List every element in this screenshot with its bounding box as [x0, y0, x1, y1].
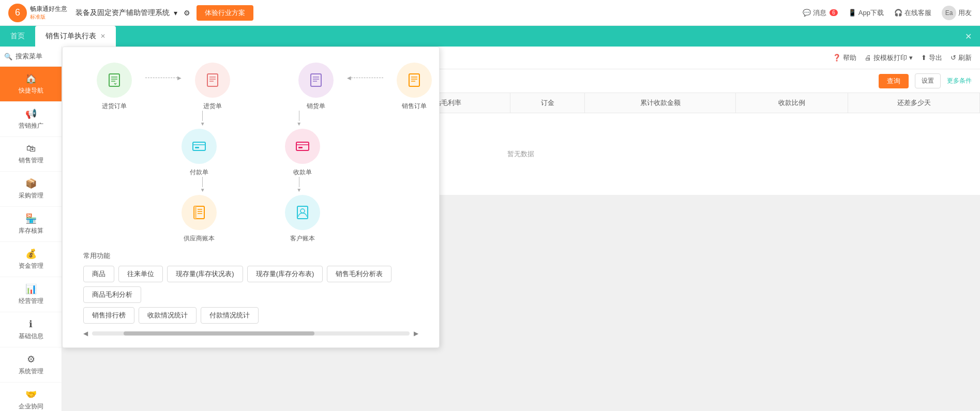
help-button[interactable]: ❓ 帮助: [833, 53, 856, 63]
func-btn-payment-stats[interactable]: 付款情况统计: [201, 307, 259, 324]
message-icon: 💬: [803, 9, 811, 17]
tab-bar: 首页 销售订单执行表 ✕ ✕: [0, 26, 980, 47]
scroll-right-icon[interactable]: ▶: [414, 330, 418, 337]
sidebar-item-enterprise[interactable]: 🤝 企业协同: [0, 383, 62, 411]
func-btn-partners[interactable]: 往来单位: [118, 266, 163, 282]
export-button[interactable]: ⬆ 导出: [921, 53, 942, 63]
sidebar-item-finance[interactable]: 💰 资金管理: [0, 242, 62, 277]
svg-rect-23: [194, 206, 197, 219]
flow-node-sales-order[interactable]: 销售订单: [383, 63, 445, 111]
sales-order-node-icon: [298, 63, 334, 98]
quick-functions-title: 常用功能: [83, 251, 418, 261]
sidebar: 🔍 搜索菜单 🏠 快捷导航 📢 营销推广 🛍 销售管理 📦 采购管理 🏪 库存核…: [0, 47, 62, 411]
sidebar-item-purchase[interactable]: 📦 采购管理: [0, 172, 62, 207]
svg-point-28: [300, 209, 305, 213]
tab-bar-close-icon[interactable]: ✕: [965, 32, 972, 41]
inventory-icon: 🏪: [25, 213, 37, 224]
quick-nav-popup: 进货订单 ▶ 进货单: [62, 47, 440, 348]
sidebar-item-system[interactable]: ⚙ 系统管理: [0, 347, 62, 383]
export-icon: ⬆: [921, 54, 927, 62]
svg-rect-0: [109, 74, 119, 86]
sidebar-item-basic-info[interactable]: ℹ 基础信息: [0, 312, 62, 347]
refresh-icon: ↺: [951, 54, 956, 62]
basic-info-icon: ℹ: [29, 318, 33, 330]
func-btn-sales-margin[interactable]: 销售毛利分析表: [327, 266, 391, 282]
scroll-thumb: [124, 331, 314, 336]
refresh-button[interactable]: ↺ 刷新: [951, 53, 972, 63]
query-button[interactable]: 查询: [879, 74, 909, 88]
sales-order-icon: [397, 63, 432, 98]
arrow-po-to-pr: ▶: [145, 63, 182, 81]
func-btn-stock-status[interactable]: 现存量(库存状况表): [167, 266, 243, 282]
flow-node-payment[interactable]: 付款单: [168, 129, 230, 177]
purchase-receipt-icon: [195, 63, 230, 98]
tab-sales-order[interactable]: 销售订单执行表 ✕: [35, 26, 116, 47]
func-btn-receipt-stats[interactable]: 收款情况统计: [139, 307, 197, 324]
supplier-ledger-icon: [182, 195, 217, 230]
system-title-area: 装备及固定资产辅助管理系统 ▾ ⚙: [76, 8, 190, 18]
flow-node-purchase-receipt[interactable]: 进货单: [182, 63, 244, 111]
message-button[interactable]: 💬 消息 6: [803, 8, 838, 18]
headset-icon: 🎧: [894, 9, 902, 17]
col-days-remaining: 还差多少天: [848, 93, 980, 113]
scroll-track[interactable]: [92, 331, 410, 336]
sidebar-item-marketing[interactable]: 📢 营销推广: [0, 102, 62, 137]
svg-rect-16: [193, 142, 205, 150]
sales-icon: 🛍: [26, 143, 36, 154]
help-icon: ❓: [833, 54, 841, 62]
logo-icon: 6: [8, 4, 27, 22]
sidebar-item-inventory[interactable]: 🏪 库存核算: [0, 207, 62, 242]
flow-diagram: 进货订单 ▶ 进货单: [83, 63, 418, 243]
customer-ledger-icon: [285, 195, 320, 230]
svg-rect-4: [207, 74, 218, 86]
avatar: Ea: [942, 6, 956, 20]
svg-rect-21: [298, 147, 303, 148]
logo-area: 6 畅康通好生意 标准版: [8, 4, 70, 22]
col-receipt-ratio: 收款比例: [735, 93, 848, 113]
flow-node-sales-order-node[interactable]: 销货单: [285, 63, 347, 111]
app-download-button[interactable]: 📱 App下载: [848, 8, 884, 18]
func-btn-product[interactable]: 商品: [83, 266, 114, 282]
search-icon: 🔍: [4, 53, 12, 60]
settings-btn[interactable]: 设置: [915, 73, 941, 88]
receipt-label: 收款单: [293, 168, 312, 177]
system-icon: ⚙: [27, 354, 35, 365]
func-btn-stock-dist[interactable]: 现存量(库存分布表): [247, 266, 323, 282]
supplier-ledger-label: 供应商账本: [184, 234, 215, 243]
func-btn-product-margin[interactable]: 商品毛利分析: [83, 286, 141, 303]
payment-icon: [182, 129, 217, 164]
template-print-arrow-icon: ▾: [909, 54, 913, 62]
tab-home[interactable]: 首页: [0, 26, 35, 47]
settings-icon[interactable]: ⚙: [184, 9, 190, 17]
flow-node-purchase-order[interactable]: 进货订单: [83, 63, 145, 111]
col-total-received: 累计收款金额: [585, 93, 735, 113]
operations-icon: 📊: [25, 283, 37, 295]
online-service-button[interactable]: 🎧 在线客服: [894, 8, 931, 18]
scroll-left-icon[interactable]: ◀: [83, 330, 88, 337]
sidebar-item-sales[interactable]: 🛍 销售管理: [0, 137, 62, 172]
print-icon: 🖨: [865, 54, 871, 62]
finance-icon: 💰: [25, 248, 37, 260]
quick-nav-icon: 🏠: [25, 73, 37, 84]
purchase-receipt-label: 进货单: [203, 102, 222, 111]
svg-rect-12: [409, 74, 419, 86]
template-print-button[interactable]: 🖨 按模板打印 ▾: [865, 53, 913, 63]
svg-rect-27: [297, 206, 308, 219]
sidebar-item-quick-nav[interactable]: 🏠 快捷导航: [0, 67, 62, 102]
sales-order-node-label: 销货单: [307, 102, 325, 111]
svg-rect-19: [296, 142, 309, 150]
search-menu-item[interactable]: 🔍 搜索菜单: [0, 47, 62, 67]
try-industry-button[interactable]: 体验行业方案: [197, 5, 253, 21]
flow-node-supplier-ledger[interactable]: 供应商账本: [168, 195, 230, 243]
tab-close-icon[interactable]: ✕: [100, 33, 105, 40]
sidebar-item-operations[interactable]: 📊 经营管理: [0, 277, 62, 312]
flow-node-customer-ledger[interactable]: 客户账本: [272, 195, 334, 243]
func-btn-sales-rank[interactable]: 销售排行榜: [83, 307, 134, 324]
more-conditions-link[interactable]: 更多条件: [947, 77, 972, 85]
title-dropdown-icon[interactable]: ▾: [174, 9, 177, 17]
bottom-scroll-bar: ◀ ▶: [83, 330, 418, 337]
system-title-text: 装备及固定资产辅助管理系统: [76, 8, 170, 18]
user-menu[interactable]: Ea 用友: [942, 6, 972, 20]
flow-node-receipt[interactable]: 收款单: [272, 129, 334, 177]
sales-order-label: 销售订单: [402, 102, 427, 111]
